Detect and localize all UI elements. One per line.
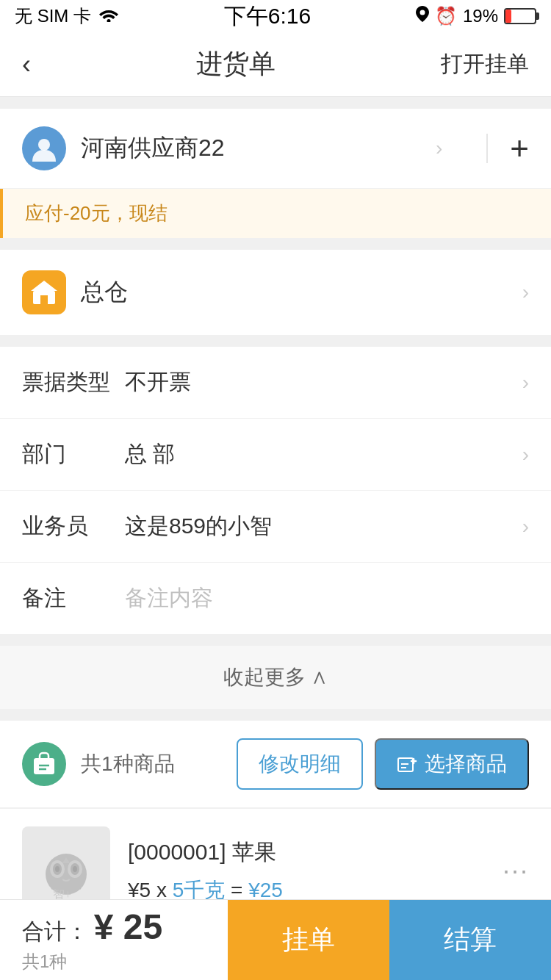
svg-point-1 — [419, 10, 425, 15]
battery-icon — [504, 8, 536, 24]
product-count: 共1种商品 — [81, 750, 237, 778]
department-chevron-icon: › — [522, 443, 529, 466]
status-left: 无 SIM 卡 — [15, 4, 119, 28]
invoice-type-label: 票据类型 — [22, 367, 125, 397]
alarm-icon: ⏰ — [435, 6, 457, 26]
battery-percent: 19% — [463, 6, 498, 26]
supplier-row: 河南供应商22 › + — [0, 109, 551, 189]
svg-point-2 — [38, 139, 50, 151]
svg-marker-4 — [31, 281, 57, 291]
product-icon — [22, 742, 66, 786]
supplier-divider — [486, 134, 488, 163]
remark-input[interactable]: 备注内容 — [125, 583, 529, 613]
warehouse-chevron-icon: › — [522, 281, 529, 304]
svg-text:智+: 智+ — [53, 888, 71, 900]
supplier-name[interactable]: 河南供应商22 — [81, 132, 436, 165]
department-row[interactable]: 部门 总 部 › — [0, 419, 551, 491]
remark-label: 备注 — [22, 583, 125, 613]
invoice-type-chevron-icon: › — [522, 371, 529, 394]
add-supplier-button[interactable]: + — [510, 132, 529, 165]
total-amount: ¥ 25 — [94, 907, 162, 946]
invoice-type-value: 不开票 — [125, 367, 522, 397]
back-button[interactable]: ‹ — [22, 49, 31, 80]
department-label: 部门 — [22, 439, 125, 469]
open-hang-button[interactable]: 打开挂单 — [441, 49, 529, 79]
salesperson-value: 这是859的小智 — [125, 511, 522, 541]
product-info: [0000001] 苹果 ¥5 x 5千克 = ¥25 — [128, 837, 503, 904]
supplier-chevron-icon: › — [436, 137, 442, 160]
status-right: ⏰ 19% — [416, 6, 536, 26]
salesperson-row[interactable]: 业务员 这是859的小智 › — [0, 491, 551, 563]
warehouse-icon — [22, 270, 66, 314]
svg-point-19 — [55, 866, 60, 872]
location-icon — [416, 6, 429, 26]
product-name: [0000001] 苹果 — [128, 837, 503, 868]
payment-text: 应付-20元，现结 — [25, 202, 168, 224]
department-value: 总 部 — [125, 439, 522, 469]
salesperson-chevron-icon: › — [522, 515, 529, 538]
warehouse-row[interactable]: 总仓 › — [0, 250, 551, 335]
svg-rect-5 — [40, 295, 48, 304]
status-time: 下午6:16 — [224, 1, 311, 32]
invoice-type-row[interactable]: 票据类型 不开票 › — [0, 347, 551, 419]
supplier-avatar — [22, 126, 66, 170]
hang-order-button[interactable]: 挂单 — [228, 900, 389, 981]
remark-row[interactable]: 备注 备注内容 — [0, 563, 551, 634]
nav-bar: ‹ 进货单 打开挂单 — [0, 32, 551, 97]
bottom-bar: 合计： ¥ 25 共1种 挂单 结算 — [0, 899, 551, 980]
total-line: 合计： ¥ 25 — [22, 907, 206, 947]
supplier-section: 河南供应商22 › + 应付-20元，现结 — [0, 109, 551, 238]
more-options-button[interactable]: ··· — [503, 855, 529, 886]
sim-signal: 无 SIM 卡 — [15, 4, 91, 28]
warehouse-section: 总仓 › — [0, 250, 551, 335]
total-section: 合计： ¥ 25 共1种 — [0, 907, 228, 973]
form-section: 票据类型 不开票 › 部门 总 部 › 业务员 这是859的小智 › 备注 备注… — [0, 347, 551, 634]
warehouse-name: 总仓 — [81, 276, 522, 309]
total-label: 合计： — [22, 919, 88, 943]
settle-button[interactable]: 结算 — [389, 900, 551, 981]
collapse-label: 收起更多 ∧ — [223, 663, 328, 691]
wifi-icon — [98, 6, 119, 26]
product-header: 共1种商品 修改明细 选择商品 — [0, 721, 551, 807]
payment-notice: 应付-20元，现结 — [0, 189, 551, 238]
status-bar: 无 SIM 卡 下午6:16 ⏰ 19% — [0, 0, 551, 32]
svg-point-0 — [107, 19, 111, 22]
total-count: 共1种 — [22, 950, 206, 973]
edit-detail-button[interactable]: 修改明细 — [237, 738, 363, 790]
collapse-button[interactable]: 收起更多 ∧ — [0, 646, 551, 709]
svg-point-20 — [73, 866, 77, 872]
salesperson-label: 业务员 — [22, 511, 125, 541]
page-title: 进货单 — [196, 46, 276, 82]
select-product-button[interactable]: 选择商品 — [375, 738, 529, 790]
